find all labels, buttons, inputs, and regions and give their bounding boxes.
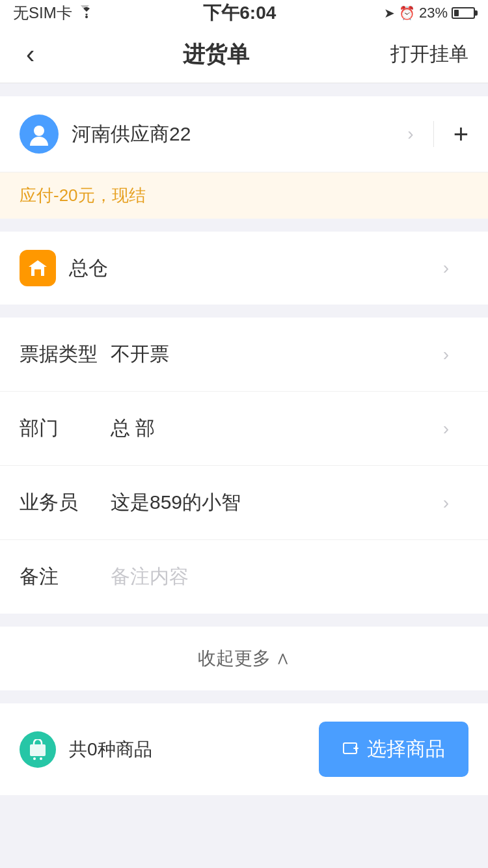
status-bar: 无SIM卡 下午6:04 ➤ ⏰ 23% <box>0 0 488 26</box>
collapse-label: 收起更多 ∧ <box>198 648 291 668</box>
supplier-section: 河南供应商22 › + 应付-20元，现结 <box>0 96 488 219</box>
department-row[interactable]: 部门 总 部 › <box>0 392 488 466</box>
remark-label: 备注 <box>20 563 111 590</box>
salesman-chevron-icon: › <box>443 493 449 513</box>
warehouse-icon-bg <box>20 250 56 286</box>
remark-input[interactable]: 备注内容 <box>111 563 468 590</box>
page-title: 进货单 <box>183 40 249 70</box>
invoice-type-row[interactable]: 票据类型 不开票 › <box>0 318 488 392</box>
battery-percent: 23% <box>419 5 448 21</box>
cart-icon <box>27 739 48 760</box>
form-section: 票据类型 不开票 › 部门 总 部 › 业务员 这是859的小智 › 备注 备注… <box>0 318 488 614</box>
supplier-avatar <box>20 115 59 154</box>
product-count-text: 共0种商品 <box>69 737 152 762</box>
product-count-container: 共0种商品 <box>20 731 152 768</box>
svg-point-4 <box>33 757 36 760</box>
battery-icon <box>452 7 475 19</box>
warehouse-chevron-icon: › <box>443 258 449 278</box>
warehouse-name: 总仓 <box>69 255 443 282</box>
invoice-chevron-icon: › <box>443 344 449 365</box>
location-icon: ➤ <box>384 5 395 21</box>
status-bar-right: ➤ ⏰ 23% <box>384 5 475 21</box>
department-label: 部门 <box>20 415 111 442</box>
home-icon <box>27 258 48 278</box>
department-chevron-icon: › <box>443 418 449 439</box>
add-supplier-button[interactable]: + <box>454 120 468 149</box>
carrier-label: 无SIM卡 <box>13 3 72 23</box>
select-product-label: 选择商品 <box>367 736 445 763</box>
chevron-right-icon: › <box>407 124 413 144</box>
salesman-label: 业务员 <box>20 489 111 516</box>
status-time: 下午6:04 <box>203 1 276 25</box>
svg-rect-3 <box>30 744 46 756</box>
svg-point-1 <box>34 126 44 136</box>
back-button[interactable]: ‹ <box>20 33 41 75</box>
supplier-name: 河南供应商22 <box>72 121 407 148</box>
invoice-type-label: 票据类型 <box>20 341 111 368</box>
product-count-icon-bg <box>20 731 56 768</box>
notice-bar: 应付-20元，现结 <box>0 172 488 219</box>
select-product-button[interactable]: 选择商品 <box>319 722 468 777</box>
svg-point-5 <box>40 757 42 760</box>
notice-text: 应付-20元，现结 <box>20 185 146 205</box>
svg-point-0 <box>85 16 88 18</box>
wifi-icon <box>77 4 96 22</box>
supplier-row[interactable]: 河南供应商22 › + <box>0 96 488 172</box>
separator-top <box>0 83 488 96</box>
person-icon <box>27 122 51 146</box>
vertical-divider <box>433 121 434 147</box>
nav-bar: ‹ 进货单 打开挂单 <box>0 26 488 83</box>
salesman-value: 这是859的小智 <box>111 489 443 516</box>
svg-rect-2 <box>34 269 41 276</box>
invoice-type-value: 不开票 <box>111 341 443 368</box>
alarm-icon: ⏰ <box>399 5 415 21</box>
open-pending-button[interactable]: 打开挂单 <box>390 41 468 68</box>
remark-row[interactable]: 备注 备注内容 <box>0 540 488 614</box>
status-bar-left: 无SIM卡 <box>13 3 96 23</box>
collapse-button[interactable]: 收起更多 ∧ <box>0 627 488 690</box>
department-value: 总 部 <box>111 415 443 442</box>
salesman-row[interactable]: 业务员 这是859的小智 › <box>0 466 488 540</box>
warehouse-row[interactable]: 总仓 › <box>0 232 488 305</box>
bottom-bar: 共0种商品 选择商品 <box>0 703 488 795</box>
select-product-icon <box>342 740 360 759</box>
